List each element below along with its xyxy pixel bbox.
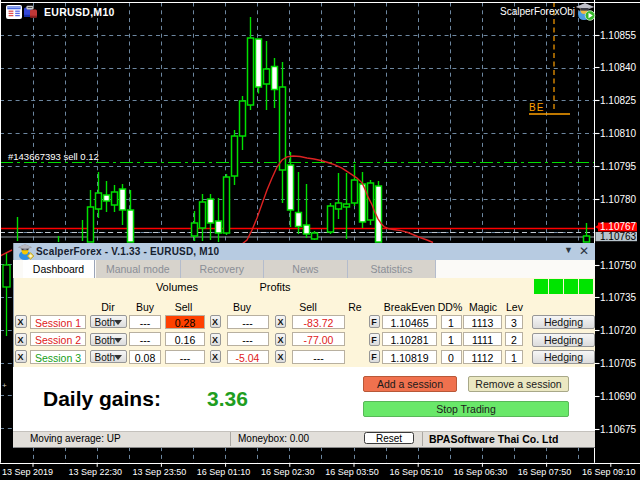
svg-text:1.10750: 1.10750	[600, 260, 637, 271]
svg-text:16 Sep 05:10: 16 Sep 05:10	[389, 467, 443, 477]
svg-text:16 Sep 07:50: 16 Sep 07:50	[518, 467, 572, 477]
svg-text:16 Sep 01:10: 16 Sep 01:10	[197, 467, 251, 477]
svg-text:1.10720: 1.10720	[600, 325, 637, 336]
svg-text:+: +	[2, 381, 7, 390]
svg-text:1.10810: 1.10810	[600, 128, 637, 139]
svg-text:13 Sep 22:30: 13 Sep 22:30	[68, 467, 122, 477]
svg-text:1.10825: 1.10825	[600, 95, 637, 106]
svg-text:1.10675: 1.10675	[600, 424, 637, 435]
svg-text:16 Sep 09:10: 16 Sep 09:10	[582, 467, 636, 477]
svg-text:1.10840: 1.10840	[600, 62, 637, 73]
svg-text:1.10780: 1.10780	[600, 194, 637, 205]
svg-text:1.10763: 1.10763	[600, 231, 637, 242]
svg-text:16 Sep 06:30: 16 Sep 06:30	[454, 467, 508, 477]
svg-text:ScalperForexObj: ScalperForexObj	[500, 6, 575, 17]
svg-text:16 Sep 03:50: 16 Sep 03:50	[325, 467, 379, 477]
svg-text:1.10855: 1.10855	[600, 30, 637, 41]
svg-text:EURUSD,M10: EURUSD,M10	[44, 6, 115, 18]
svg-text:16 Sep 02:30: 16 Sep 02:30	[261, 467, 315, 477]
svg-text:1.10795: 1.10795	[600, 161, 637, 172]
svg-text:13 Sep 2019: 13 Sep 2019	[2, 467, 53, 477]
svg-text:13 Sep 23:50: 13 Sep 23:50	[133, 467, 187, 477]
svg-text:#143667393 sell 0.12: #143667393 sell 0.12	[8, 151, 99, 162]
svg-text:BE: BE	[529, 102, 544, 113]
svg-text:1.10690: 1.10690	[600, 391, 637, 402]
svg-text:1.10735: 1.10735	[600, 292, 637, 303]
svg-text:1.10705: 1.10705	[600, 358, 637, 369]
